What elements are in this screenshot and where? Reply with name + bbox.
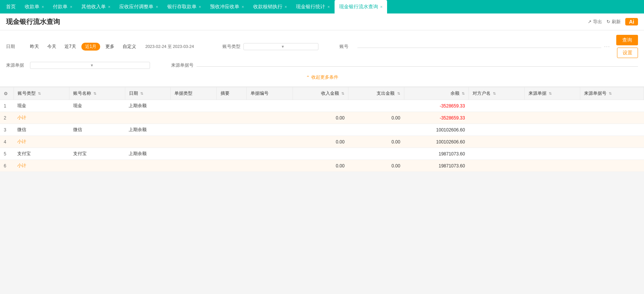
nav-cash-stat[interactable]: 现金银行统计 ×: [291, 0, 334, 13]
query-button[interactable]: 查询: [616, 35, 638, 45]
col-account-type[interactable]: 账号类型 ⇅: [14, 87, 69, 100]
account-more-icon[interactable]: ···: [604, 44, 610, 49]
cell-source-doc-num: [580, 160, 644, 172]
sort-icon: ⇅: [38, 91, 41, 96]
settings-icon[interactable]: ⚙: [4, 91, 8, 96]
account-input[interactable]: [357, 45, 601, 48]
nav-home[interactable]: 首页: [2, 0, 20, 13]
date-btn-more[interactable]: 更多: [102, 43, 117, 51]
table-row: 3微信微信上期余额100102606.60: [0, 124, 644, 136]
filter-actions: 查询 设置: [616, 35, 638, 58]
table-body: 1现金现金上期余额-3528659.332小计0.000.00-3528659.…: [0, 100, 644, 172]
date-btn-yesterday[interactable]: 昨天: [27, 43, 42, 51]
cell-doc-type: [170, 160, 216, 172]
filter-row-source: 来源单据 ▼ 来源单据号: [6, 62, 638, 69]
cell-account-type: 现金: [14, 100, 69, 112]
refresh-button[interactable]: ↻ 刷新: [606, 19, 621, 25]
source-doc-select[interactable]: ▼: [30, 62, 150, 69]
cell-doc-num: [246, 124, 293, 136]
date-btn-7days[interactable]: 近7天: [62, 43, 79, 51]
account-type-label: 账号类型: [222, 43, 240, 50]
cell-expense: [348, 124, 404, 136]
nav-receipt[interactable]: 收款单 ×: [20, 0, 48, 13]
cell-counterpart: [469, 136, 525, 148]
cell-balance: 100102606.60: [404, 124, 468, 136]
col-doc-num: 单据编号: [246, 87, 293, 100]
col-income-label: 收入金额: [321, 91, 339, 96]
col-settings[interactable]: ⚙: [0, 87, 14, 100]
cell-doc-type: [170, 136, 216, 148]
col-source-doc-num[interactable]: 来源单据号 ⇅: [580, 87, 644, 100]
nav-bank-deposit[interactable]: 银行存取款单 ×: [163, 0, 206, 13]
close-icon[interactable]: ×: [242, 4, 244, 9]
cell-num: 6: [0, 160, 14, 172]
cell-summary: [216, 112, 246, 124]
cell-expense: 0.00: [348, 136, 404, 148]
cell-doc-type: [170, 100, 216, 112]
cell-num: 4: [0, 136, 14, 148]
close-icon[interactable]: ×: [108, 4, 110, 9]
source-doc-num-input[interactable]: [197, 64, 638, 67]
sort-icon: ⇅: [341, 91, 344, 96]
col-source-doc-num-label: 来源单据号: [584, 91, 606, 96]
cell-balance: 100102606.60: [404, 136, 468, 148]
collapse-more-btn[interactable]: ⌃ 收起更多条件: [6, 73, 638, 82]
cell-income: [293, 148, 348, 160]
account-type-select[interactable]: ▼: [243, 43, 318, 50]
top-nav: 首页 收款单 × 付款单 × 其他收入单 × 应收应付调整单 × 银行存取款单 …: [0, 0, 644, 13]
ai-button[interactable]: Ai: [625, 18, 638, 25]
cell-summary: [216, 136, 246, 148]
cell-date: 上期余额: [125, 100, 170, 112]
nav-other-income[interactable]: 其他收入单 ×: [77, 0, 115, 13]
col-source-doc[interactable]: 来源单据 ⇅: [524, 87, 580, 100]
close-icon[interactable]: ×: [285, 4, 287, 9]
cell-income: [293, 100, 348, 112]
col-balance-label: 余额: [450, 91, 459, 96]
close-icon[interactable]: ×: [380, 4, 383, 9]
cell-expense: [348, 148, 404, 160]
cell-source-doc-num: [580, 112, 644, 124]
sort-icon: ⇅: [549, 91, 552, 96]
close-icon[interactable]: ×: [327, 4, 330, 9]
cell-source-doc-num: [580, 136, 644, 148]
col-income[interactable]: 收入金额 ⇅: [293, 87, 348, 100]
nav-verify[interactable]: 收款核销执行 ×: [249, 0, 291, 13]
cell-date: [125, 136, 170, 148]
cell-income: 0.00: [293, 136, 348, 148]
table-header-row: ⚙ 账号类型 ⇅ 账号名称 ⇅ 日期 ⇅ 单据类型 摘要: [0, 87, 644, 100]
collapse-icon: ⌃: [306, 75, 310, 80]
cell-summary: [216, 100, 246, 112]
nav-ar-ap-adjust[interactable]: 应收应付调整单 ×: [115, 0, 162, 13]
export-button[interactable]: ↗ 导出: [588, 19, 602, 25]
nav-cash-flow[interactable]: 现金银行流水查询 ×: [335, 0, 387, 13]
close-icon[interactable]: ×: [42, 4, 44, 9]
cell-account-name: 支付宝: [69, 148, 125, 160]
close-icon[interactable]: ×: [199, 4, 201, 9]
cell-num: 2: [0, 112, 14, 124]
col-expense[interactable]: 支出金额 ⇅: [348, 87, 404, 100]
nav-prepay[interactable]: 预收冲应收单 ×: [206, 0, 248, 13]
col-account-type-label: 账号类型: [18, 91, 36, 96]
header-actions: ↗ 导出 ↻ 刷新 Ai: [588, 18, 638, 25]
nav-payment[interactable]: 付款单 ×: [48, 0, 77, 13]
cell-num: 5: [0, 148, 14, 160]
cell-doc-num: [246, 136, 293, 148]
col-date[interactable]: 日期 ⇅: [125, 87, 170, 100]
date-btn-today[interactable]: 今天: [44, 43, 59, 51]
date-range: 2023-02-24 至 2023-03-24: [145, 44, 194, 49]
date-btn-1month[interactable]: 近1月: [81, 43, 101, 51]
col-counterpart[interactable]: 对方户名 ⇅: [469, 87, 525, 100]
cell-source-doc: [524, 148, 580, 160]
date-btn-custom[interactable]: 自定义: [120, 43, 139, 51]
cell-balance: -3528659.33: [404, 100, 468, 112]
cell-source-doc: [524, 160, 580, 172]
cell-doc-num: [246, 160, 293, 172]
cell-account-type: 小计: [14, 112, 69, 124]
close-icon[interactable]: ×: [70, 4, 72, 9]
col-balance[interactable]: 余额 ⇅: [404, 87, 468, 100]
close-icon[interactable]: ×: [156, 4, 158, 9]
dropdown-arrow-icon: ▼: [90, 63, 147, 67]
col-account-name[interactable]: 账号名称 ⇅: [69, 87, 125, 100]
page-title: 现金银行流水查询: [6, 17, 60, 26]
settings-button[interactable]: 设置: [617, 48, 638, 58]
